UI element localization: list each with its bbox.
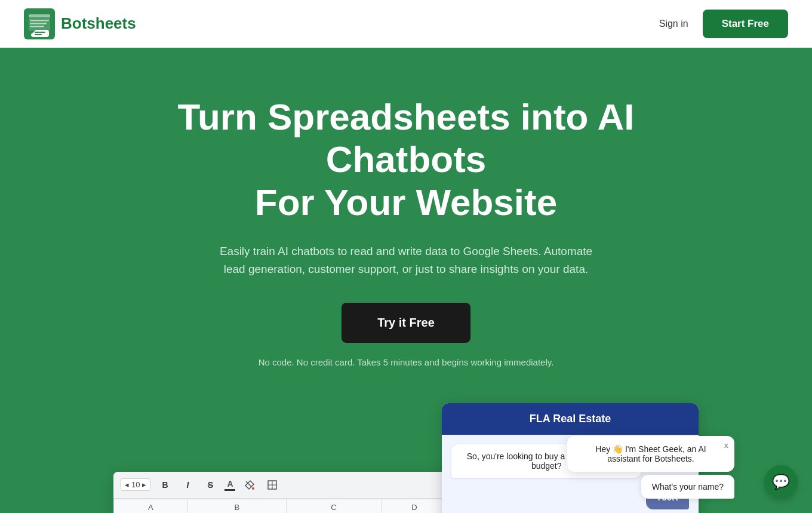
svg-rect-6 [35, 32, 45, 33]
hero-section: Turn Spreadsheets into AI Chatbots For Y… [0, 48, 812, 513]
hero-subtitle: Easily train AI chatbots to read and wri… [209, 242, 603, 279]
hero-title: Turn Spreadsheets into AI Chatbots For Y… [137, 96, 675, 223]
col-header-a: A [114, 499, 188, 513]
try-it-free-button[interactable]: Try it Free [342, 303, 470, 343]
col-header-d: D [381, 499, 447, 513]
font-size-value: 10 [131, 480, 140, 489]
chat-widget-icon: 💬 [772, 474, 790, 490]
botsheets-logo-icon [24, 8, 55, 39]
borders-icon [267, 480, 278, 490]
paint-bucket-button[interactable] [241, 477, 258, 493]
header: Botsheets Sign in Start Free [0, 0, 812, 48]
signin-link[interactable]: Sign in [659, 19, 688, 29]
logo-text: Botsheets [61, 14, 136, 33]
spreadsheet-card: ◂ 10 ▸ B I S A [113, 472, 448, 513]
chat-widget-button[interactable]: 💬 [764, 465, 798, 499]
strikethrough-button[interactable]: S [202, 477, 219, 493]
underline-button[interactable]: A [224, 479, 235, 491]
svg-point-8 [252, 487, 254, 490]
italic-button[interactable]: I [179, 477, 196, 493]
chat-header: FLA Real Estate [442, 403, 699, 435]
paint-bucket-icon [244, 480, 255, 490]
header-nav: Sign in Start Free [659, 10, 788, 38]
svg-rect-3 [30, 20, 49, 21]
spreadsheet-table: A B C D SALE TYPE PROPERTY TY… ADDRESS C… [113, 499, 448, 513]
demo-container: ◂ 10 ▸ B I S A [113, 403, 699, 513]
sheet-geek-popup: x Hey 👋 I'm Sheet Geek, an AI assistant … [567, 436, 734, 472]
no-code-text: No code. No credit card. Takes 5 minutes… [24, 357, 788, 367]
bold-button[interactable]: B [156, 477, 173, 493]
borders-button[interactable] [264, 477, 281, 493]
start-free-button[interactable]: Start Free [703, 10, 788, 38]
sheet-geek-text: Hey 👋 I'm Sheet Geek, an AI assistant fo… [595, 444, 706, 463]
font-size-chevron-left: ◂ [125, 480, 129, 489]
logo-link[interactable]: Botsheets [24, 8, 136, 39]
sheet-geek-close-button[interactable]: x [724, 441, 728, 450]
font-size-selector[interactable]: ◂ 10 ▸ [121, 478, 150, 491]
spreadsheet-toolbar: ◂ 10 ▸ B I S A [113, 472, 448, 499]
col-header-b: B [187, 499, 287, 513]
svg-rect-7 [35, 34, 42, 35]
svg-rect-4 [30, 23, 47, 24]
col-header-c: C [287, 499, 382, 513]
font-size-chevron-right: ▸ [142, 480, 146, 489]
whats-name-bubble: What's your name? [641, 475, 734, 499]
hero-title-line2: For Your Website [255, 182, 557, 223]
svg-rect-2 [29, 14, 50, 17]
svg-rect-5 [30, 26, 44, 27]
hero-title-line1: Turn Spreadsheets into AI Chatbots [178, 96, 635, 180]
